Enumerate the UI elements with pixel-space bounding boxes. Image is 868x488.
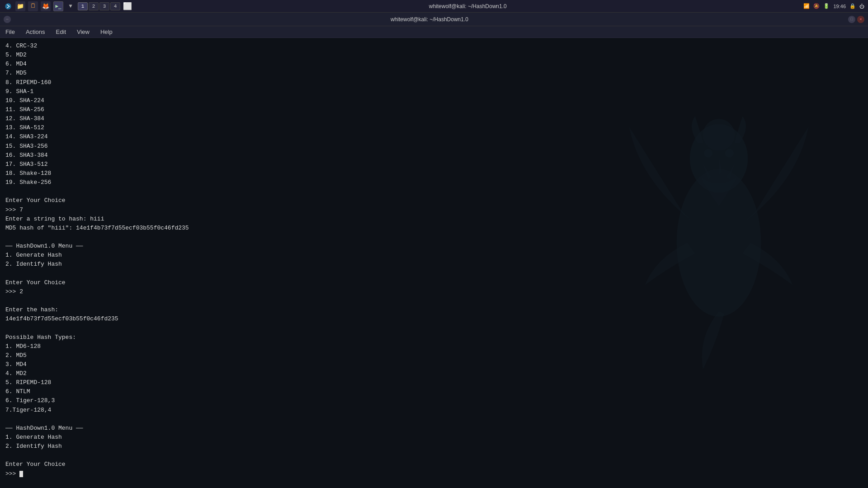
terminal-window: — whitewolf@kali: ~/HashDown1.0 □ ✕ File… — [0, 13, 868, 488]
workspace-2[interactable]: 2 — [89, 2, 99, 10]
menu-edit[interactable]: Edit — [54, 28, 68, 36]
display-icon[interactable]: ⬜ — [123, 2, 132, 11]
menu-help[interactable]: Help — [99, 28, 114, 36]
terminal-title: whitewolf@kali: ~/HashDown1.0 — [11, 16, 848, 23]
kali-menu-icon[interactable] — [4, 2, 13, 11]
text-editor-icon[interactable]: 🗒 — [28, 1, 38, 11]
menu-view[interactable]: View — [75, 28, 91, 36]
menu-actions[interactable]: Actions — [24, 28, 47, 36]
audio-icon: 🔕 — [813, 3, 820, 9]
svg-point-0 — [5, 3, 11, 9]
terminal-titlebar: — whitewolf@kali: ~/HashDown1.0 □ ✕ — [0, 13, 868, 26]
workspace-4[interactable]: 4 — [110, 2, 120, 10]
file-manager-icon[interactable]: 📁 — [15, 1, 25, 11]
clock: 19:46 — [833, 4, 846, 9]
battery-icon: 🔋 — [823, 3, 830, 9]
terminal-content[interactable]: 4. CRC-32 5. MD2 6. MD4 7. MD5 8. RIPEMD… — [0, 38, 868, 488]
terminal-output: 4. CRC-32 5. MD2 6. MD4 7. MD5 8. RIPEMD… — [5, 42, 863, 479]
taskbar-left: 📁 🗒 🦊 ▶_ ▼ 1 2 3 4 ⬜ — [4, 1, 132, 11]
taskbar-right: 📶 🔕 🔋 19:46 🔒 ⏻ — [803, 3, 864, 9]
terminal-icon[interactable]: ▶_ — [53, 1, 63, 11]
network-icon: 📶 — [803, 3, 810, 9]
minimize-button[interactable]: — — [4, 16, 11, 23]
workspace-switcher: 1 2 3 4 — [78, 2, 120, 10]
menu-file[interactable]: File — [4, 28, 17, 36]
close-button[interactable]: ✕ — [857, 16, 864, 23]
workspace-1[interactable]: 1 — [78, 2, 88, 10]
browser-icon[interactable]: 🦊 — [41, 1, 51, 11]
titlebar-controls: □ ✕ — [848, 16, 864, 23]
workspace-3[interactable]: 3 — [99, 2, 109, 10]
power-icon[interactable]: ⏻ — [859, 4, 864, 9]
arrow-icon[interactable]: ▼ — [66, 2, 75, 11]
lock-icon: 🔒 — [849, 3, 856, 9]
titlebar-left: — — [4, 16, 11, 23]
taskbar-center-title: whitewolf@kali: ~/HashDown1.0 — [429, 3, 507, 9]
taskbar: 📁 🗒 🦊 ▶_ ▼ 1 2 3 4 ⬜ whitewolf@kali: ~/H… — [0, 0, 868, 13]
maximize-button[interactable]: □ — [848, 16, 855, 23]
menubar: File Actions Edit View Help — [0, 26, 868, 38]
